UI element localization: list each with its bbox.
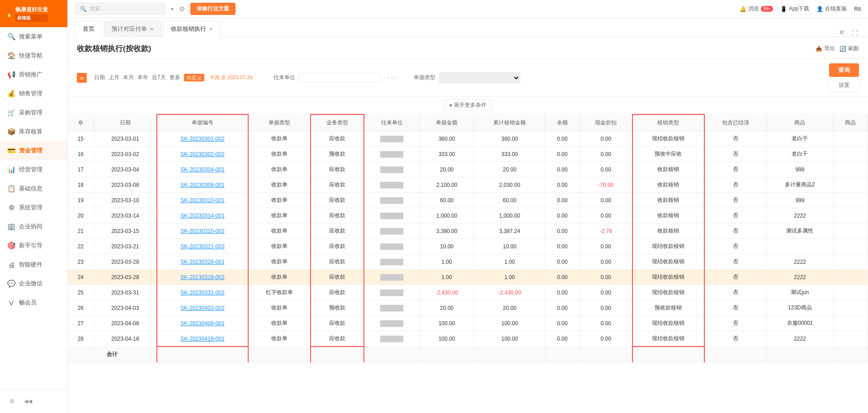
- setting-btn[interactable]: 设置: [829, 79, 859, 92]
- app-download[interactable]: 📱 App下载: [780, 5, 809, 13]
- trial-btn[interactable]: 体验行业方案: [190, 3, 236, 15]
- topbar-search[interactable]: 🔍 搜索...: [75, 3, 165, 15]
- docno-link-24[interactable]: SK-20230328-002: [180, 274, 224, 280]
- cell-canceltype-19: 收款核销: [632, 193, 704, 208]
- close-window-icon[interactable]: ✕: [836, 28, 847, 37]
- docno-link-18[interactable]: SK-20230308-001: [180, 182, 224, 188]
- cell-canceltype-15: 现结收款核销: [632, 131, 704, 147]
- docno-link-25[interactable]: SK-20230331-002: [180, 290, 224, 296]
- sidebar-item-hardware[interactable]: 🖨智能硬件: [0, 255, 67, 274]
- tab-prepay[interactable]: 预计对应付单 ✕: [104, 21, 161, 37]
- col-settings-icon[interactable]: ⚙: [68, 114, 94, 131]
- docno-link-26[interactable]: SK-20230403-002: [180, 305, 224, 311]
- table-row: 18 2023-03-08 SK-20230308-001 收款单 应收款 ██…: [68, 177, 868, 193]
- tab-prepay-close[interactable]: ✕: [150, 26, 154, 32]
- col-totalcancel-header: 累计核销金额: [474, 114, 545, 131]
- cell-seq-23: 23: [68, 254, 94, 270]
- total-balance: [545, 347, 580, 362]
- sidebar-item-inventory[interactable]: 📦库存核算: [0, 122, 67, 141]
- cell-cashdiscount-27: 0.00: [580, 316, 632, 331]
- last-month-link[interactable]: 上月: [108, 74, 119, 81]
- cell-includesettled-19: 否: [704, 193, 767, 208]
- docno-link-27[interactable]: SK-20230408-001: [180, 320, 224, 327]
- tab-home[interactable]: 首页: [75, 21, 102, 37]
- notifications[interactable]: 🔔 消息 99+: [740, 5, 773, 13]
- sidebar-item-finance[interactable]: 💳资金管理: [0, 141, 67, 160]
- settings-gear-icon[interactable]: ⚙: [179, 5, 185, 13]
- sidebar-item-enterprise[interactable]: 🏢企业协同: [0, 217, 67, 236]
- sidebar-item-search[interactable]: 🔍搜索菜单: [0, 27, 67, 46]
- cell-includesettled-20: 否: [704, 208, 767, 223]
- this-month-link[interactable]: 本月: [123, 74, 134, 81]
- counterparty-input[interactable]: [299, 73, 380, 83]
- sidebar-item-shortcut[interactable]: 🏠快捷导航: [0, 46, 67, 65]
- query-btn[interactable]: 查询: [829, 63, 859, 77]
- more-filters-dots[interactable]: ···: [387, 74, 397, 82]
- app-name: 畅康道好生意: [15, 6, 48, 14]
- cell-balance-21: 0.00: [545, 223, 580, 239]
- cell-date-21: 2023-03-15: [94, 223, 157, 239]
- sidebar-item-marketing[interactable]: 📢营销推广: [0, 65, 67, 84]
- cell-goods2-16: [833, 147, 868, 162]
- expand-more-btn[interactable]: ▾ 展开更多条件: [444, 100, 491, 111]
- cell-goods2-21: [833, 223, 868, 239]
- online-service[interactable]: 👤 在线客服: [816, 5, 847, 13]
- sidebar-item-wechat[interactable]: 💬企业微信: [0, 274, 67, 293]
- cell-includesettled-27: 否: [704, 316, 767, 331]
- member-icon: V: [7, 299, 15, 307]
- cell-seq-16: 16: [68, 147, 94, 162]
- docno-link-22[interactable]: SK-20230321-003: [180, 243, 224, 250]
- total-goods2: [833, 347, 868, 362]
- sidebar-item-member[interactable]: V畅会员: [0, 293, 67, 312]
- cell-biztype-23: 应收款: [311, 254, 364, 270]
- page-title: 收款核销执行(按收款): [77, 43, 151, 54]
- last-7-days-link[interactable]: 近7天: [152, 74, 166, 81]
- sidebar-item-guide[interactable]: 🎯新手引导: [0, 236, 67, 255]
- col-includesettled-header: 包含已结清: [704, 114, 767, 131]
- docno-link-17[interactable]: SK-20230304-001: [180, 166, 224, 173]
- cell-cashdiscount-22: 0.00: [580, 239, 632, 254]
- docno-link-15[interactable]: SK-20230301-002: [180, 136, 224, 142]
- docno-link-23[interactable]: SK-20230328-001: [180, 259, 224, 265]
- this-year-link[interactable]: 本年: [137, 74, 148, 81]
- cell-biztype-24: 应收款: [311, 270, 364, 285]
- tab-receivable[interactable]: 收款核销执行 ✕: [163, 21, 221, 37]
- docno-link-16[interactable]: SK-20230302-002: [180, 151, 224, 157]
- sidebar-item-basics[interactable]: 📋基础信息: [0, 179, 67, 198]
- sidebar-item-system[interactable]: ⚙系统管理: [0, 198, 67, 217]
- table-row: 17 2023-03-04 SK-20230304-001 收款单 应收款 ██…: [68, 162, 868, 177]
- maximize-window-icon[interactable]: ⛶: [849, 29, 861, 37]
- docno-link-19[interactable]: SK-20230310-001: [180, 197, 224, 204]
- topbar-chevron-icon[interactable]: ▾: [171, 6, 174, 12]
- col-counterparty-header: 往来单位: [364, 114, 419, 131]
- cell-goods2-15: [833, 131, 868, 147]
- sidebar-item-purchase[interactable]: 🛒采购管理: [0, 103, 67, 122]
- sidebar-label-hardware: 智能硬件: [19, 261, 42, 269]
- cell-includesettled-17: 否: [704, 162, 767, 177]
- docno-link-28[interactable]: SK-20230418-001: [180, 336, 224, 342]
- filter-toggle-btn[interactable]: »: [77, 73, 87, 83]
- cell-balance-24: 0.00: [545, 270, 580, 285]
- service-icon: 👤: [816, 6, 823, 12]
- tab-receivable-close[interactable]: ✕: [209, 26, 213, 32]
- cell-doctype-22: 收款单: [248, 239, 311, 254]
- docno-link-20[interactable]: SK-20230314-001: [180, 213, 224, 219]
- cell-balance-18: 0.00: [545, 177, 580, 193]
- sidebar-label-operations: 经营管理: [19, 166, 42, 174]
- custom-date-btn[interactable]: 自定义: [184, 74, 204, 81]
- refresh-btn[interactable]: 🔄 刷新: [840, 45, 859, 52]
- more-date-link[interactable]: 更多: [170, 74, 180, 81]
- sidebar-item-sales[interactable]: 💰销售管理: [0, 84, 67, 103]
- sidebar-item-operations[interactable]: 📊经营管理: [0, 160, 67, 179]
- total-amount: [420, 347, 474, 362]
- receipt-type-select[interactable]: [439, 72, 520, 83]
- export-btn[interactable]: 📤 导出: [816, 45, 835, 52]
- cell-goods2-25: [833, 285, 868, 300]
- collapse-sidebar-icon[interactable]: ◀◀: [22, 395, 34, 408]
- cell-goods2-24: [833, 270, 868, 285]
- user-name[interactable]: Rit: [854, 6, 861, 12]
- settings-bottom-icon[interactable]: ⚙: [5, 395, 18, 408]
- docno-link-21[interactable]: SK-20230315-002: [180, 228, 224, 234]
- cell-goods2-27: [833, 316, 868, 331]
- cell-goods-28: 2222: [766, 331, 833, 347]
